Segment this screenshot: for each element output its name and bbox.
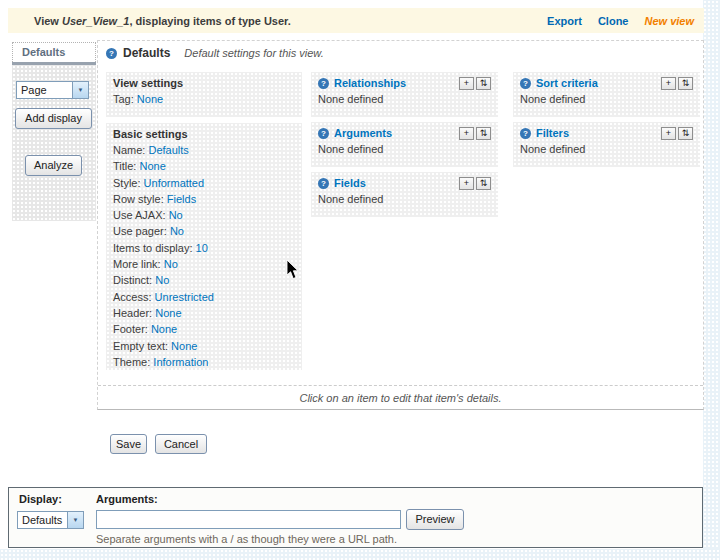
basic-settings-title: Basic settings bbox=[113, 126, 188, 142]
help-icon[interactable]: ? bbox=[318, 128, 329, 139]
setting-value-link[interactable]: Fields bbox=[167, 193, 196, 205]
analyze-button[interactable]: Analyze bbox=[25, 155, 82, 176]
view-name: User_View_1 bbox=[62, 15, 129, 27]
setting-value-link[interactable]: No bbox=[155, 274, 169, 286]
setting-value-link[interactable]: Information bbox=[153, 356, 208, 368]
fields-buttons: + ⇅ bbox=[459, 177, 491, 190]
setting-value-link[interactable]: No bbox=[164, 258, 178, 270]
setting-label: Use pager: bbox=[113, 225, 167, 237]
arguments-title-link[interactable]: Arguments bbox=[334, 125, 392, 141]
view-action-links: Export Clone New view bbox=[547, 15, 694, 27]
add-icon[interactable]: + bbox=[459, 127, 474, 140]
preview-button[interactable]: Preview bbox=[406, 509, 464, 530]
fields-title-link[interactable]: Fields bbox=[334, 175, 366, 191]
help-icon[interactable]: ? bbox=[520, 78, 531, 89]
setting-row: Row style: Fields bbox=[113, 191, 295, 207]
display-subtitle: Default settings for this view. bbox=[184, 47, 323, 59]
arguments-buttons: + ⇅ bbox=[459, 127, 491, 140]
setting-label: Header: bbox=[113, 307, 152, 319]
empty-text: None defined bbox=[520, 141, 693, 157]
setting-row: Title: None bbox=[113, 158, 295, 174]
setting-row: Theme: Information bbox=[113, 354, 295, 370]
message-prefix: View bbox=[34, 15, 62, 27]
export-link[interactable]: Export bbox=[547, 15, 582, 27]
save-button[interactable]: Save bbox=[110, 434, 147, 454]
relationships-buttons: + ⇅ bbox=[459, 77, 491, 90]
setting-label: Name: bbox=[113, 144, 145, 156]
rearrange-icon[interactable]: ⇅ bbox=[678, 77, 693, 90]
empty-text: None defined bbox=[318, 141, 491, 157]
fields-header: ? Fields + ⇅ bbox=[318, 175, 491, 191]
display-controls-panel: Page ▼ Add display Analyze bbox=[12, 65, 96, 221]
view-status-bar: View User_View_1, displaying items of ty… bbox=[8, 8, 704, 33]
relationships-title-link[interactable]: Relationships bbox=[334, 75, 406, 91]
add-icon[interactable]: + bbox=[459, 177, 474, 190]
setting-row: Name: Defaults bbox=[113, 142, 295, 158]
display-settings-panel: ? Defaults Default settings for this vie… bbox=[97, 40, 704, 410]
setting-value-link[interactable]: Unformatted bbox=[144, 177, 205, 189]
rearrange-icon[interactable]: ⇅ bbox=[476, 127, 491, 140]
setting-row: Use AJAX: No bbox=[113, 207, 295, 223]
setting-value-link[interactable]: None bbox=[155, 307, 181, 319]
setting-label: Empty text: bbox=[113, 340, 168, 352]
setting-row: More link: No bbox=[113, 256, 295, 272]
setting-label: More link: bbox=[113, 258, 161, 270]
chevron-down-icon: ▼ bbox=[67, 512, 83, 528]
preview-display-select[interactable]: Defaults ▼ bbox=[17, 511, 84, 529]
new-view-link[interactable]: New view bbox=[644, 15, 694, 27]
edit-hint-text: Click on an item to edit that item's det… bbox=[98, 385, 703, 410]
rearrange-icon[interactable]: ⇅ bbox=[476, 177, 491, 190]
setting-value-link[interactable]: None bbox=[151, 323, 177, 335]
setting-label: Access: bbox=[113, 291, 152, 303]
sort-criteria-header: ? Sort criteria + ⇅ bbox=[520, 75, 693, 91]
clone-link[interactable]: Clone bbox=[598, 15, 629, 27]
help-icon[interactable]: ? bbox=[318, 78, 329, 89]
display-type-select[interactable]: Page ▼ bbox=[16, 81, 89, 99]
view-settings-box: View settings Tag: None bbox=[106, 72, 302, 117]
setting-label: Footer: bbox=[113, 323, 148, 335]
display-title: Defaults bbox=[123, 46, 170, 60]
setting-label: Title: bbox=[113, 160, 136, 172]
setting-value-link[interactable]: Defaults bbox=[148, 144, 188, 156]
arguments-header: ? Arguments + ⇅ bbox=[318, 125, 491, 141]
setting-label: Style: bbox=[113, 177, 141, 189]
empty-text: None defined bbox=[520, 91, 693, 107]
preview-display-select-value: Defaults bbox=[18, 514, 67, 526]
arguments-help-text: Separate arguments with a / as though th… bbox=[96, 533, 397, 545]
view-settings-header: View settings bbox=[113, 75, 295, 91]
add-icon[interactable]: + bbox=[459, 77, 474, 90]
tab-defaults[interactable]: Defaults bbox=[12, 42, 96, 62]
filters-title-link[interactable]: Filters bbox=[536, 125, 569, 141]
arguments-input[interactable] bbox=[96, 510, 401, 529]
relationships-box: ? Relationships + ⇅ None defined bbox=[311, 72, 498, 117]
arguments-label: Arguments: bbox=[96, 493, 158, 505]
message-suffix: , displaying items of type User. bbox=[129, 15, 290, 27]
empty-text: None defined bbox=[318, 91, 491, 107]
setting-value-link[interactable]: No bbox=[169, 209, 183, 221]
basic-settings-box: Basic settings Name: Defaults Title: Non… bbox=[106, 123, 302, 370]
setting-value-link[interactable]: None bbox=[140, 160, 166, 172]
view-status-message: View User_View_1, displaying items of ty… bbox=[34, 15, 291, 27]
empty-text: None defined bbox=[318, 191, 491, 207]
rearrange-icon[interactable]: ⇅ bbox=[678, 127, 693, 140]
help-icon[interactable]: ? bbox=[520, 128, 531, 139]
rearrange-icon[interactable]: ⇅ bbox=[476, 77, 491, 90]
add-display-button[interactable]: Add display bbox=[15, 108, 92, 129]
help-icon[interactable]: ? bbox=[318, 178, 329, 189]
add-icon[interactable]: + bbox=[661, 77, 676, 90]
setting-row: Access: Unrestricted bbox=[113, 289, 295, 305]
setting-value-link[interactable]: None bbox=[171, 340, 197, 352]
fields-box: ? Fields + ⇅ None defined bbox=[311, 172, 498, 217]
setting-value-link[interactable]: Unrestricted bbox=[155, 291, 214, 303]
setting-value-link[interactable]: 10 bbox=[196, 242, 208, 254]
setting-row: Footer: None bbox=[113, 321, 295, 337]
cancel-button[interactable]: Cancel bbox=[155, 434, 207, 454]
add-icon[interactable]: + bbox=[661, 127, 676, 140]
filters-box: ? Filters + ⇅ None defined bbox=[513, 122, 700, 167]
setting-label: Theme: bbox=[113, 356, 150, 368]
setting-value-link[interactable]: None bbox=[137, 93, 163, 105]
sort-criteria-title-link[interactable]: Sort criteria bbox=[536, 75, 598, 91]
views-ui-page: View User_View_1, displaying items of ty… bbox=[0, 0, 720, 560]
help-icon[interactable]: ? bbox=[106, 48, 117, 59]
setting-value-link[interactable]: No bbox=[170, 225, 184, 237]
